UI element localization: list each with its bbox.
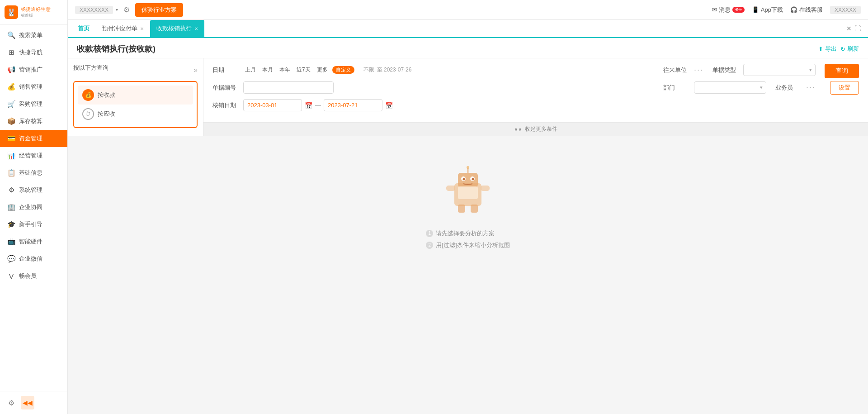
- filter-sidebar-collapse-icon[interactable]: »: [193, 66, 198, 74]
- sidebar-item-库存核算[interactable]: 📦库存核算: [0, 113, 67, 130]
- filter-row-3: 核销日期 📅 — 📅: [212, 99, 816, 111]
- filter-sidebar-title: 按以下方查询: [73, 64, 108, 72]
- tabbar-close-all-icon[interactable]: ✕: [846, 25, 852, 32]
- verify-date-start-input[interactable]: [243, 99, 302, 111]
- receivable-option-label: 按应收: [98, 110, 115, 118]
- empty-state-area: 1 请先选择要分析的方案 2 用[过滤]条件来缩小分析范围: [68, 136, 868, 278]
- verify-date-start-calendar-icon[interactable]: 📅: [305, 102, 312, 109]
- date-more-btn[interactable]: 更多: [315, 65, 330, 75]
- message-badge: 99+: [732, 7, 745, 13]
- tab-collection-close-icon[interactable]: ✕: [194, 26, 198, 31]
- sidebar-item-采购管理[interactable]: 🛒采购管理: [0, 95, 67, 113]
- collapse-bar[interactable]: ∧∧ 收起更多条件: [203, 122, 868, 136]
- sidebar-item-系统管理[interactable]: ⚙系统管理: [0, 181, 67, 199]
- date-this-year-btn[interactable]: 本年: [278, 65, 292, 75]
- page-header: 收款核销执行(按收款) ⬆ 导出 ↻ 刷新: [68, 38, 868, 58]
- staff-label: 业务员: [775, 84, 802, 92]
- doc-type-select[interactable]: [743, 64, 816, 76]
- sidebar-collapse-btn[interactable]: ◀◀: [21, 396, 34, 409]
- verify-date-end-input[interactable]: [324, 99, 382, 111]
- sidebar-item-搜索菜单[interactable]: 🔍搜索菜单: [0, 27, 67, 44]
- tab-prepay[interactable]: 预付冲应付单 ✕: [96, 20, 150, 38]
- counterpart-dots-icon[interactable]: ···: [694, 65, 703, 75]
- menu-icon-10: 🏢: [7, 203, 15, 211]
- doc-no-filter-item: 单据编号: [212, 81, 334, 94]
- export-button[interactable]: ⬆ 导出: [818, 45, 837, 53]
- empty-tip-2: 2 用[过滤]条件来缩小分析范围: [426, 239, 509, 251]
- page-title: 收款核销执行(按收款): [77, 43, 156, 54]
- menu-label-9: 系统管理: [19, 186, 42, 194]
- svg-rect-9: [471, 205, 478, 213]
- app-download-button[interactable]: 📱 App下载: [752, 6, 783, 14]
- refresh-button[interactable]: ↻ 刷新: [840, 45, 859, 53]
- menu-label-4: 采购管理: [19, 100, 42, 108]
- tab-collection-label: 收款核销执行: [156, 24, 192, 33]
- date-this-month-btn[interactable]: 本月: [260, 65, 275, 75]
- filter-actions: 查询 设置: [825, 58, 868, 100]
- topbar-brand: XXXXXXXX ▾: [75, 6, 118, 14]
- svg-point-5: [472, 178, 474, 181]
- sidebar-item-销售管理[interactable]: 💰销售管理: [0, 78, 67, 95]
- tab-collection[interactable]: 收款核销执行 ✕: [150, 20, 204, 38]
- verify-date-end-calendar-icon[interactable]: 📅: [385, 102, 393, 109]
- customer-service-button[interactable]: 🎧 在线客服: [790, 6, 823, 14]
- sidebar-item-企业微信[interactable]: 💬企业微信: [0, 250, 67, 267]
- sidebar-logo: 🐰 畅捷通好生意 标准版: [0, 0, 67, 25]
- date-range-separator: —: [315, 102, 321, 109]
- query-button[interactable]: 查询: [825, 64, 859, 78]
- sidebar-item-畅会员[interactable]: V畅会员: [0, 267, 67, 285]
- sidebar-item-基础信息[interactable]: 📋基础信息: [0, 164, 67, 181]
- menu-icon-5: 📦: [7, 117, 15, 125]
- brand-dropdown-icon[interactable]: ▾: [116, 7, 118, 12]
- sidebar-item-新手引导[interactable]: 🎓新手引导: [0, 216, 67, 233]
- topbar-gear-button[interactable]: ⚙: [123, 5, 130, 14]
- sidebar-item-经营管理[interactable]: 📊经营管理: [0, 147, 67, 164]
- sidebar-item-快捷导航[interactable]: ⊞快捷导航: [0, 44, 67, 61]
- filter-settings-button[interactable]: 设置: [830, 81, 859, 95]
- tabbar-expand-icon[interactable]: ⛶: [854, 25, 861, 32]
- dept-label: 部门: [663, 84, 690, 92]
- menu-label-3: 销售管理: [19, 83, 42, 91]
- staff-dots-icon[interactable]: ···: [806, 83, 816, 92]
- menu-icon-12: 📺: [7, 238, 15, 246]
- empty-tips: 1 请先选择要分析的方案 2 用[过滤]条件来缩小分析范围: [426, 228, 509, 251]
- date-last-7days-btn[interactable]: 近7天: [295, 65, 312, 75]
- messages-button[interactable]: ✉ 消息 99+: [712, 6, 745, 14]
- date-range-info: 不限 至 2023-07-26: [363, 66, 412, 74]
- date-last-month-btn[interactable]: 上月: [243, 65, 258, 75]
- sidebar-settings-icon[interactable]: ⚙: [5, 396, 18, 409]
- date-filter-item: 日期 上月 本月 本年 近7天 更多 自定义: [212, 65, 354, 75]
- sidebar-item-智能硬件[interactable]: 📺智能硬件: [0, 233, 67, 250]
- tab-home[interactable]: 首页: [71, 20, 96, 38]
- sidebar-item-营销推广[interactable]: 📢营销推广: [0, 61, 67, 78]
- service-label: 在线客服: [799, 6, 823, 14]
- svg-rect-10: [446, 186, 455, 191]
- filter-option-by-collection[interactable]: 💰 按收款: [78, 86, 193, 105]
- user-avatar[interactable]: XXXXXX: [830, 6, 861, 14]
- sidebar-bottom: ⚙ ◀◀: [0, 391, 67, 414]
- tip-num-1: 1: [426, 230, 433, 237]
- tip-num-2: 2: [426, 242, 433, 249]
- menu-icon-3: 💰: [7, 83, 15, 91]
- menu-icon-13: 💬: [7, 255, 15, 263]
- date-label: 日期: [212, 66, 240, 74]
- menu-label-11: 新手引导: [19, 220, 42, 228]
- menu-icon-0: 🔍: [7, 31, 15, 39]
- verify-date-filter-item: 核销日期 📅 — 📅: [212, 99, 393, 111]
- sidebar-item-资金管理[interactable]: 💳资金管理: [0, 130, 67, 147]
- sidebar-item-企业协同[interactable]: 🏢企业协同: [0, 199, 67, 216]
- filter-option-by-receivable[interactable]: ⏱ 按应收: [78, 105, 193, 124]
- doc-type-filter-item: 单据类型: [712, 64, 816, 76]
- tab-prepay-close-icon[interactable]: ✕: [140, 26, 144, 31]
- dept-select[interactable]: [694, 81, 766, 94]
- menu-icon-1: ⊞: [7, 48, 15, 57]
- industry-solution-button[interactable]: 休验行业方案: [135, 3, 183, 17]
- dept-select-wrapper: [694, 81, 766, 94]
- menu-icon-2: 📢: [7, 66, 15, 74]
- tab-home-label: 首页: [78, 24, 90, 33]
- doc-no-input[interactable]: [243, 81, 334, 94]
- date-no-limit-label: 不限: [363, 66, 374, 74]
- menu-label-14: 畅会员: [19, 272, 37, 280]
- svg-point-7: [467, 166, 469, 169]
- menu-label-10: 企业协同: [19, 203, 42, 211]
